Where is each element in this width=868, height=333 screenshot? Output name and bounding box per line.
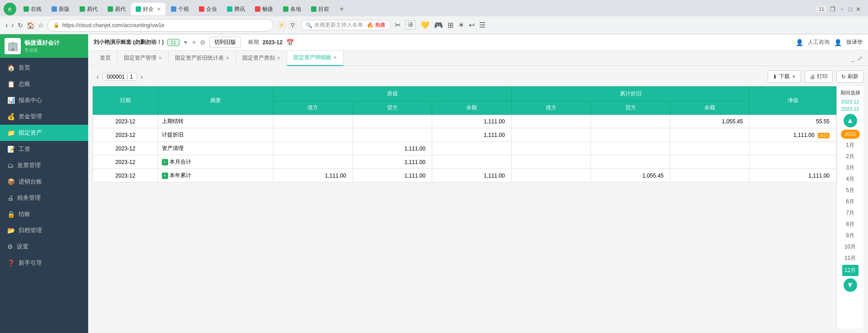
- page-tab-fixed-detail[interactable]: 固定资产明细账 ✕: [287, 51, 344, 66]
- scroll-down-button[interactable]: ▼: [844, 278, 857, 292]
- header-summary: 摘要: [158, 87, 273, 115]
- wallet-icon[interactable]: 💛: [420, 21, 429, 29]
- period-month-5[interactable]: 5月: [837, 185, 863, 196]
- tab-tengxun[interactable]: 腾讯: [222, 3, 250, 15]
- tab-active[interactable]: 好企 ✕: [131, 3, 165, 15]
- table-acc-credit: [591, 115, 670, 128]
- table-orig-balance: [432, 142, 512, 155]
- refresh-button[interactable]: ↻ 刷新: [836, 70, 863, 83]
- period-month-4[interactable]: 4月: [837, 174, 863, 185]
- sidebar-item-archive[interactable]: 📂 归档管理: [0, 222, 88, 239]
- table-orig-credit: [353, 128, 432, 142]
- table-row: 2023-12: [93, 169, 158, 183]
- restore-window-icon[interactable]: ❐: [830, 6, 835, 13]
- period-month-12-active[interactable]: 12月: [842, 265, 859, 276]
- bookmark-button[interactable]: ☆: [38, 22, 44, 29]
- tab-zaixin[interactable]: 在线: [19, 3, 46, 15]
- add-icon[interactable]: +: [192, 38, 196, 47]
- period-month-7[interactable]: 7月: [837, 207, 863, 219]
- game-icon[interactable]: 🎮: [434, 21, 443, 29]
- period-month-3[interactable]: 3月: [837, 162, 863, 174]
- grid-icon[interactable]: ⊞: [448, 21, 453, 29]
- close-window-icon[interactable]: ✕: [856, 6, 861, 13]
- sidebar-item-purchase-sales[interactable]: 📦 进销台账: [0, 174, 88, 190]
- print-button[interactable]: 🖨 打印: [805, 70, 833, 83]
- table-orig-debit: [274, 128, 353, 142]
- period-month-6[interactable]: 6月: [837, 196, 863, 207]
- undo-icon[interactable]: ↩: [469, 21, 475, 29]
- brightness-icon[interactable]: ☀: [458, 21, 464, 29]
- sidebar-item-guide[interactable]: ❓ 新手引导: [0, 255, 88, 271]
- count-badge: 11: [167, 39, 179, 46]
- scissors-icon[interactable]: ✂: [395, 21, 401, 29]
- home-button[interactable]: 🏠: [27, 22, 34, 29]
- table-row: 2023-12: [93, 142, 158, 155]
- search-bar[interactable]: 🔍 央视更新主持人名单 🔥 热搜: [301, 20, 391, 30]
- tab-qiye[interactable]: 企业: [194, 3, 222, 15]
- period-month-10[interactable]: 10月: [837, 241, 863, 253]
- tab-close-icon[interactable]: ✕: [157, 6, 161, 12]
- sidebar-item-reports[interactable]: 📊 报表中心: [0, 92, 88, 108]
- expand-tab-icon[interactable]: ⤢: [857, 55, 863, 62]
- minimize-tab-icon[interactable]: _: [851, 55, 854, 62]
- tab-geshui[interactable]: 个税: [166, 3, 193, 15]
- sidebar-item-tax[interactable]: 🖨 税务管理: [0, 190, 88, 206]
- period-month-9[interactable]: 9月: [837, 230, 863, 241]
- forward-button[interactable]: ›: [11, 21, 14, 29]
- tab-close-depr-stats-icon[interactable]: ✕: [226, 56, 229, 61]
- prev-page-icon[interactable]: ‹: [93, 72, 103, 82]
- action-buttons: ⬇ 下载 ▼ 🖨 打印 ↻ 刷新: [768, 70, 863, 83]
- next-page-icon[interactable]: ›: [137, 72, 147, 82]
- service-label[interactable]: 人工咨询: [808, 38, 830, 46]
- refresh-button[interactable]: ↻: [18, 22, 23, 29]
- main-area: 刘小艳演示账套 (勿删勿动！) 11 ▼ + ⚙ 切到旧版 账期 2023-12…: [88, 34, 868, 333]
- new-tab-button[interactable]: +: [336, 4, 347, 14]
- switch-to-old-button[interactable]: 切到旧版: [209, 37, 241, 48]
- calendar-icon[interactable]: 📅: [286, 39, 294, 46]
- sidebar-item-funds[interactable]: 💰 资金管理: [0, 108, 88, 125]
- tab-yidai1[interactable]: 易代: [75, 3, 102, 15]
- sidebar-item-closing[interactable]: 🔒 结账: [0, 206, 88, 222]
- tab-close-fixed-mgmt-icon[interactable]: ✕: [158, 56, 162, 61]
- period-month-11[interactable]: 11月: [837, 253, 863, 264]
- address-input[interactable]: 🔒 https://cloud.chanjet.com/accounting/u…: [47, 19, 274, 32]
- sidebar-item-settings[interactable]: ⚙ 设置: [0, 239, 88, 255]
- tab-xinban[interactable]: 新版: [47, 3, 74, 15]
- sidebar-item-invoice[interactable]: 🗂 发票管理: [0, 157, 88, 174]
- user-avatar-icon: 👤: [834, 39, 842, 46]
- minimize-icon[interactable]: －: [839, 5, 845, 13]
- table-acc-balance: [670, 169, 750, 183]
- page-total: 1: [130, 74, 133, 80]
- table-summary: 上期结转: [158, 115, 273, 128]
- ledger-table: 日期 摘要 原值 累计折旧: [93, 86, 836, 183]
- tab-muqian[interactable]: 目前: [307, 3, 334, 15]
- period-month-8[interactable]: 8月: [837, 219, 863, 230]
- menu-icon[interactable]: ☰: [479, 21, 486, 29]
- sidebar-item-fixed-assets[interactable]: 📁 固定资产: [0, 125, 88, 141]
- tab-changjie[interactable]: 畅捷: [250, 3, 278, 15]
- table-orig-credit: 1,111.00: [353, 142, 432, 155]
- download-button[interactable]: ⬇ 下载 ▼: [768, 70, 801, 83]
- maximize-icon[interactable]: □: [849, 6, 852, 13]
- tab-gedi[interactable]: 各地: [278, 3, 306, 15]
- sidebar-item-home[interactable]: 🏠 首页: [0, 60, 88, 76]
- tab-close-fixed-category-icon[interactable]: ✕: [277, 56, 280, 61]
- page-tab-depreciation-stats[interactable]: 固定资产折旧统计表 ✕: [169, 51, 236, 66]
- page-tab-fixed-mgmt[interactable]: 固定资产管理 ✕: [118, 51, 169, 66]
- tab-close-fixed-detail-icon[interactable]: ✕: [333, 55, 337, 60]
- page-tab-home[interactable]: 首页: [94, 51, 118, 66]
- table-acc-credit: 1,055.45: [591, 169, 670, 183]
- year-btn[interactable]: 2023: [841, 130, 860, 139]
- period-month-2[interactable]: 2月: [837, 151, 863, 162]
- sidebar-item-ledger[interactable]: 📋 总账: [0, 76, 88, 92]
- dropdown-arrow-icon[interactable]: ▼: [183, 39, 189, 46]
- sidebar-item-payroll[interactable]: 📝 工资: [0, 141, 88, 157]
- tab-yidai2[interactable]: 易代: [103, 3, 130, 15]
- back-button[interactable]: ‹: [5, 21, 8, 29]
- page-tab-fixed-category[interactable]: 固定资产类别 ✕: [236, 51, 287, 66]
- scroll-up-button[interactable]: ▲: [844, 114, 857, 127]
- settings-small-icon[interactable]: ⚙: [200, 39, 206, 46]
- translate-icon[interactable]: 译: [405, 20, 416, 30]
- period-month-1[interactable]: 1月: [837, 140, 863, 151]
- refresh-icon: ↻: [841, 74, 846, 80]
